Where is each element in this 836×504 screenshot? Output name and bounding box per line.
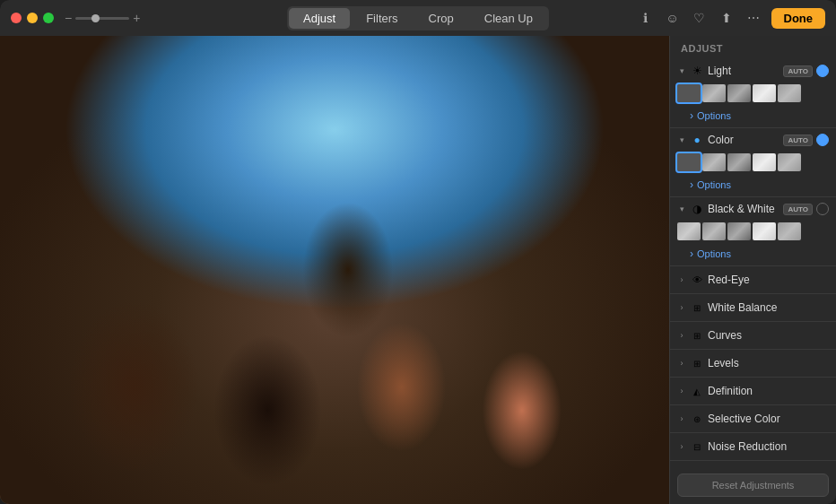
bw-thumb-3[interactable] (753, 222, 776, 240)
light-thumb-4[interactable] (778, 84, 801, 102)
bw-thumb-0[interactable] (677, 222, 701, 240)
white-balance-row[interactable]: › ⊞ White Balance (670, 294, 836, 322)
photo-background (0, 36, 669, 504)
tab-cleanup[interactable]: Clean Up (470, 8, 547, 29)
light-thumb-1[interactable] (702, 84, 726, 102)
definition-icon: ◭ (690, 384, 704, 398)
color-toggle[interactable] (816, 134, 829, 146)
curves-icon: ⊞ (690, 328, 704, 343)
noise-reduction-title: Noise Reduction (708, 440, 829, 453)
light-thumb-2[interactable] (727, 84, 751, 102)
bw-options[interactable]: Options (670, 246, 836, 265)
share-icon[interactable]: ⬆ (718, 9, 736, 27)
color-section: ▾ ● Color AUTO Options (670, 128, 836, 197)
color-thumbnails (670, 152, 836, 177)
light-thumb-3[interactable] (753, 84, 776, 102)
curves-title: Curves (708, 329, 829, 342)
noise-reduction-icon: ⊟ (690, 439, 704, 454)
tab-crop[interactable]: Crop (414, 8, 468, 29)
tab-filters[interactable]: Filters (352, 8, 412, 29)
bw-chevron-icon: ▾ (677, 204, 686, 213)
nav-tabs: Adjust Filters Crop Clean Up (287, 6, 549, 30)
photo-area (0, 36, 669, 504)
definition-chevron-icon: › (677, 387, 686, 395)
tab-adjust[interactable]: Adjust (289, 8, 350, 29)
titlebar-right: ℹ ☺ ♡ ⬆ ⋯ Done (637, 8, 826, 29)
light-section-header[interactable]: ▾ ☀ Light AUTO (670, 59, 836, 83)
maximize-button[interactable] (43, 13, 54, 23)
bw-auto-badge[interactable]: AUTO (783, 204, 813, 215)
noise-reduction-row[interactable]: › ⊟ Noise Reduction (670, 433, 836, 461)
light-auto-badge[interactable]: AUTO (783, 65, 813, 77)
light-section: ▾ ☀ Light AUTO Options (670, 59, 836, 128)
adjust-panel: ADJUST ▾ ☀ Light AUTO (669, 36, 836, 504)
color-thumb-3[interactable] (753, 153, 776, 171)
zoom-plus-button[interactable]: + (133, 11, 140, 25)
bw-controls: AUTO (783, 203, 829, 215)
color-title: Color (708, 134, 779, 146)
red-eye-title: Red-Eye (708, 274, 829, 286)
bw-thumb-1[interactable] (702, 222, 726, 240)
curves-row[interactable]: › ⊞ Curves (670, 322, 836, 350)
close-button[interactable] (11, 13, 22, 23)
definition-title: Definition (708, 385, 829, 397)
more-icon[interactable]: ⋯ (745, 9, 762, 27)
zoom-slider[interactable] (75, 17, 129, 20)
red-eye-row[interactable]: › 👁 Red-Eye (670, 266, 836, 294)
selective-color-row[interactable]: › ⊛ Selective Color (670, 405, 836, 433)
levels-row[interactable]: › ⊞ Levels (670, 350, 836, 378)
sharpen-row[interactable]: › ▲ Sharpen (670, 461, 836, 466)
color-thumb-4[interactable] (778, 153, 801, 171)
bw-icon: ◑ (690, 202, 704, 216)
light-icon: ☀ (690, 64, 704, 78)
selective-color-title: Selective Color (708, 413, 829, 425)
bw-thumb-2[interactable] (727, 222, 751, 240)
bw-thumbnails (670, 221, 836, 246)
zoom-minus-button[interactable]: − (65, 11, 72, 25)
levels-icon: ⊞ (690, 356, 704, 370)
light-thumbnails (670, 83, 836, 108)
minimize-button[interactable] (27, 13, 38, 23)
adjust-header: ADJUST (670, 36, 836, 59)
heart-icon[interactable]: ♡ (691, 9, 709, 27)
light-controls: AUTO (783, 65, 829, 77)
color-thumb-2[interactable] (727, 153, 751, 171)
selective-color-icon: ⊛ (690, 412, 704, 426)
color-section-header[interactable]: ▾ ● Color AUTO (670, 128, 836, 152)
levels-chevron-icon: › (677, 359, 686, 368)
adjust-list: ▾ ☀ Light AUTO Options (670, 59, 836, 466)
bw-section-header[interactable]: ▾ ◑ Black & White AUTO (670, 197, 836, 221)
color-options[interactable]: Options (670, 177, 836, 196)
bw-section: ▾ ◑ Black & White AUTO Options (670, 197, 836, 266)
noise-reduction-chevron-icon: › (677, 442, 686, 451)
red-eye-chevron-icon: › (677, 275, 686, 284)
selective-color-chevron-icon: › (677, 414, 686, 423)
definition-row[interactable]: › ◭ Definition (670, 378, 836, 405)
reset-adjustments-button[interactable]: Reset Adjustments (677, 474, 829, 497)
light-thumb-0[interactable] (677, 84, 701, 102)
color-thumb-0[interactable] (677, 153, 701, 171)
color-controls: AUTO (783, 134, 829, 146)
photo-canvas (0, 36, 669, 504)
bw-thumb-4[interactable] (778, 222, 801, 240)
white-balance-chevron-icon: › (677, 303, 686, 312)
levels-title: Levels (708, 357, 829, 369)
titlebar: − + Adjust Filters Crop Clean Up ℹ ☺ ♡ ⬆… (0, 0, 836, 36)
main-content: ADJUST ▾ ☀ Light AUTO (0, 36, 836, 504)
white-balance-icon: ⊞ (690, 300, 704, 315)
light-chevron-icon: ▾ (677, 66, 686, 75)
info-icon[interactable]: ℹ (637, 9, 655, 27)
light-options[interactable]: Options (670, 108, 836, 127)
bw-title: Black & White (708, 203, 779, 215)
bw-toggle[interactable] (816, 203, 829, 215)
light-toggle[interactable] (816, 65, 829, 77)
light-title: Light (708, 65, 779, 77)
color-icon: ● (690, 133, 704, 147)
emoji-icon[interactable]: ☺ (664, 9, 682, 27)
white-balance-title: White Balance (708, 301, 829, 314)
zoom-control: − + (65, 11, 140, 25)
done-button[interactable]: Done (771, 8, 826, 29)
color-auto-badge[interactable]: AUTO (783, 135, 813, 146)
color-thumb-1[interactable] (702, 153, 726, 171)
color-chevron-icon: ▾ (677, 135, 686, 144)
